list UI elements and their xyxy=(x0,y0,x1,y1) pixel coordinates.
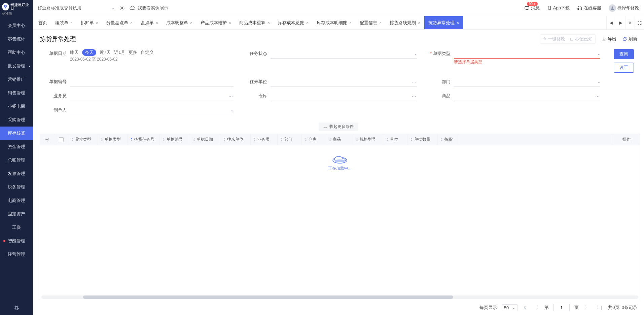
column-header-5[interactable]: ▲▼往来单位 xyxy=(220,134,251,145)
tab-fullscreen[interactable] xyxy=(635,16,644,30)
sidebar-item-16[interactable]: 智能管理 xyxy=(0,234,33,248)
close-icon[interactable]: × xyxy=(229,21,231,25)
sidebar-item-1[interactable]: 零售统计 xyxy=(0,32,33,46)
column-header-4[interactable]: ▲▼单据日期 xyxy=(190,134,220,145)
column-header-10[interactable]: ▲▼规格型号 xyxy=(353,134,383,145)
app-download-link[interactable]: App下载 xyxy=(547,5,570,11)
tab-0[interactable]: 首页 xyxy=(34,16,51,29)
taskstatus-select[interactable]: ⌄ xyxy=(271,49,417,59)
sidebar-item-5[interactable]: 销售管理 xyxy=(0,86,33,100)
date-quick-more[interactable]: 更多 xyxy=(129,49,137,56)
page-first[interactable]: K xyxy=(522,305,528,310)
sidebar-item-2[interactable]: 帮助中心 xyxy=(0,46,33,59)
close-icon[interactable]: × xyxy=(457,21,459,25)
warehouse-select[interactable]: ⋯ xyxy=(271,92,417,101)
topbar-settings[interactable] xyxy=(119,5,125,11)
tab-2[interactable]: 拆卸单× xyxy=(77,16,102,29)
tab-7[interactable]: 商品成本重算× xyxy=(235,16,274,29)
sidebar-item-7[interactable]: 采购管理 xyxy=(0,113,33,127)
close-icon[interactable]: × xyxy=(156,21,158,25)
messages-link[interactable]: 99 + 消息 xyxy=(524,5,540,11)
close-icon[interactable]: × xyxy=(306,21,309,25)
sidebar-item-12[interactable]: 税务管理 xyxy=(0,180,33,194)
sidebar-item-13[interactable]: 电商管理 xyxy=(0,194,33,207)
tab-scroll-left[interactable]: ◀ xyxy=(606,16,616,30)
date-quick-week[interactable]: 近7天 xyxy=(100,49,111,56)
per-page-label: 每页显示 xyxy=(479,305,497,311)
tab-12[interactable]: 拣货异常处理× xyxy=(424,16,463,29)
close-icon[interactable]: × xyxy=(130,21,133,25)
column-header-9[interactable]: ▲▼商品 xyxy=(326,134,353,145)
tab-11[interactable]: 拣货路线规划× xyxy=(386,16,424,29)
close-icon[interactable]: × xyxy=(267,21,270,25)
column-header-3[interactable]: ▲▼单据编号 xyxy=(160,134,190,145)
scrollbar-thumb[interactable] xyxy=(83,295,453,299)
sidebar-item-17[interactable]: 经营管理 xyxy=(0,248,33,261)
page-prev[interactable]: 〈 xyxy=(533,305,540,311)
close-icon[interactable]: × xyxy=(379,21,382,25)
tab-5[interactable]: 成本调整单× xyxy=(162,16,196,29)
sidebar-item-3[interactable]: 批发管理▴ xyxy=(0,59,33,73)
sidebar-item-11[interactable]: 发票管理 xyxy=(0,167,33,180)
tab-9[interactable]: 库存成本明细账× xyxy=(313,16,356,29)
sidebar-item-0[interactable]: 会员中心 xyxy=(0,19,33,32)
tab-1[interactable]: 组装单× xyxy=(51,16,77,29)
column-header-6[interactable]: ▲▼业务员 xyxy=(251,134,278,145)
sidebar-settings[interactable] xyxy=(0,302,33,315)
column-header-13[interactable]: ▲▼拣货 xyxy=(438,134,458,145)
salesman-select[interactable]: ⋯ xyxy=(70,92,234,101)
column-header-7[interactable]: ▲▼部门 xyxy=(278,134,302,145)
column-header-2[interactable]: ▲▼拣货任务号 xyxy=(128,134,160,145)
sidebar-item-15[interactable]: 工资 xyxy=(0,221,33,234)
sidebar-item-4[interactable]: 营销推广 xyxy=(0,73,33,86)
date-quick-today[interactable]: 今天 xyxy=(82,49,96,56)
column-header-0[interactable]: ▲▼异常类型 xyxy=(68,134,98,145)
date-quick-custom[interactable]: 自定义 xyxy=(141,49,154,56)
doctype-select[interactable]: ⌄ xyxy=(454,49,600,59)
date-quick-yesterday[interactable]: 昨天 xyxy=(70,49,79,56)
sidebar-item-14[interactable]: 固定资产 xyxy=(0,207,33,221)
close-icon[interactable]: × xyxy=(70,21,73,25)
docno-input[interactable] xyxy=(70,77,234,87)
tab-10[interactable]: 配置信息× xyxy=(356,16,386,29)
close-icon[interactable]: × xyxy=(190,21,192,25)
table-settings-button[interactable] xyxy=(40,134,54,145)
tab-scroll-right[interactable]: ▶ xyxy=(616,16,625,30)
environment-select[interactable]: 好业财标准版交付试用 ⌄ xyxy=(38,5,115,11)
page-input[interactable] xyxy=(553,304,570,311)
horizontal-scrollbar[interactable] xyxy=(40,294,640,300)
sidebar-item-9[interactable]: 资金管理 xyxy=(0,140,33,153)
sidebar-item-8[interactable]: 库存核算 xyxy=(0,127,33,140)
tab-3[interactable]: 分量盘点单× xyxy=(102,16,137,29)
close-icon[interactable]: × xyxy=(418,21,420,25)
column-header-11[interactable]: ▲▼单位 xyxy=(383,134,407,145)
query-button[interactable]: 查询 xyxy=(614,49,634,59)
close-icon[interactable]: × xyxy=(349,21,352,25)
support-link[interactable]: 在线客服 xyxy=(577,5,601,11)
tab-4[interactable]: 盘点单× xyxy=(137,16,162,29)
demo-link[interactable]: 我要看实例演示 xyxy=(130,5,168,11)
maker-select[interactable]: ⌄ xyxy=(70,106,234,115)
column-header-12[interactable]: ▲▼单据数量 xyxy=(407,134,438,145)
tab-8[interactable]: 库存成本总账× xyxy=(274,16,313,29)
tab-close-all[interactable]: ✕ xyxy=(625,16,635,30)
page-next[interactable]: 〉 xyxy=(583,305,591,311)
column-header-1[interactable]: ▲▼单据类型 xyxy=(98,134,128,145)
sidebar-item-6[interactable]: 小畅电商 xyxy=(0,100,33,113)
product-select[interactable]: ⋯ xyxy=(454,92,600,101)
user-menu[interactable]: 徐泽华修改 xyxy=(609,4,639,12)
date-quick-month[interactable]: 近1月 xyxy=(114,49,125,56)
close-icon[interactable]: × xyxy=(96,21,98,25)
sidebar-item-10[interactable]: 总账管理 xyxy=(0,153,33,167)
select-all-checkbox[interactable] xyxy=(54,134,68,145)
partner-select[interactable]: ⋯ xyxy=(271,77,417,87)
tab-6[interactable]: 产品成本维护× xyxy=(196,16,235,29)
export-button[interactable]: 导出 xyxy=(602,36,616,42)
dept-select[interactable]: ⌄ xyxy=(454,77,600,87)
column-header-8[interactable]: ▲▼仓库 xyxy=(302,134,326,145)
refresh-button[interactable]: 刷新 xyxy=(622,36,637,42)
per-page-select[interactable]: 50 ⌄ xyxy=(502,304,517,311)
collapse-filters-button[interactable]: ︽ 收起更多条件 xyxy=(319,123,358,131)
page-last[interactable]: 〉| xyxy=(595,305,603,311)
settings-button[interactable]: 设置 xyxy=(614,63,634,73)
